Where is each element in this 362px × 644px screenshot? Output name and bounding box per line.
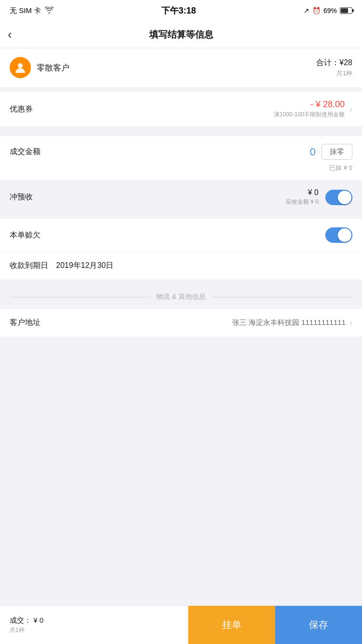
nav-bar: ‹ 填写结算等信息	[0, 21, 362, 48]
save-button[interactable]: 保存	[275, 606, 362, 644]
precollect-amount: ¥ 0	[286, 188, 319, 197]
logistics-header: 物流 & 其他信息	[0, 284, 362, 309]
coupon-value: - ¥ 28.00 满1000-100不限制使用金额	[274, 99, 345, 119]
coupon-row[interactable]: 优惠券 - ¥ 28.00 满1000-100不限制使用金额 ›	[0, 92, 362, 126]
precollect-right: ¥ 0 应收金额 ¥ 0	[286, 188, 352, 206]
customer-row: 零散客户 合计：¥28 共1种	[0, 48, 362, 87]
carrier-label: 无 SIM 卡	[10, 6, 41, 15]
svg-point-0	[18, 63, 23, 68]
alarm-icon: ⏰	[312, 7, 320, 14]
amount-section: 成交金额 0 抹零 已抹 ¥ 0	[0, 136, 362, 180]
precollect-toggle[interactable]	[325, 190, 352, 205]
divider-3	[0, 280, 362, 284]
wifi-icon	[45, 7, 54, 15]
address-chevron-icon: ›	[349, 318, 352, 328]
amount-right: 0 抹零	[310, 144, 352, 160]
page-title: 填写结算等信息	[149, 28, 213, 41]
status-bar: 无 SIM 卡 下午3:18 ↗ ⏰ 69%	[0, 0, 362, 21]
location-icon: ↗	[304, 7, 309, 14]
battery-icon	[340, 7, 352, 14]
coupon-desc: 满1000-100不限制使用金额	[274, 111, 345, 119]
back-button[interactable]: ‹	[8, 27, 12, 42]
customer-left: 零散客户	[10, 57, 70, 78]
divider-1	[0, 131, 362, 136]
debt-toggle-knob	[338, 228, 351, 242]
precollect-label: 冲预收	[10, 192, 33, 202]
customer-right: 合计：¥28 共1种	[316, 58, 352, 78]
logistics-title: 物流 & 其他信息	[151, 293, 211, 301]
customer-name: 零散客户	[37, 62, 70, 73]
coupon-chevron-icon: ›	[349, 104, 352, 114]
coupon-discount: - ¥ 28.00	[274, 99, 345, 110]
status-time: 下午3:18	[161, 5, 196, 16]
customer-avatar	[10, 57, 31, 78]
debt-label: 本单赊欠	[10, 230, 41, 240]
bottom-deal-amount: ¥ 0	[33, 616, 43, 624]
due-date-value: 2019年12月30日	[56, 261, 113, 271]
precollect-val: ¥ 0 应收金额 ¥ 0	[286, 188, 319, 206]
amount-row: 成交金额 0 抹零	[10, 144, 352, 160]
status-left: 无 SIM 卡	[10, 6, 54, 15]
coupon-card[interactable]: 优惠券 - ¥ 28.00 满1000-100不限制使用金额 ›	[0, 92, 362, 126]
coupon-label: 优惠券	[10, 104, 48, 114]
amount-label: 成交金额	[10, 147, 41, 157]
customer-card: 零散客户 合计：¥28 共1种	[0, 48, 362, 87]
customer-total: 合计：¥28	[316, 58, 352, 68]
status-right: ↗ ⏰ 69%	[304, 7, 352, 14]
toggle-knob	[338, 191, 351, 204]
bottom-count: 共1种	[10, 626, 179, 634]
customer-count: 共1种	[316, 69, 352, 78]
precollect-row: 冲预收 ¥ 0 应收金额 ¥ 0	[0, 180, 362, 214]
divider-4	[0, 336, 362, 341]
due-date-row: 收款到期日 2019年12月30日	[10, 261, 352, 271]
bottom-deal-label: 成交：	[10, 616, 31, 624]
coupon-right: - ¥ 28.00 满1000-100不限制使用金额 ›	[48, 99, 352, 119]
bottom-deal: 成交： ¥ 0	[10, 616, 179, 625]
address-section[interactable]: 客户地址 张三 海淀永丰科技园 11111111111 ›	[0, 309, 362, 336]
amount-sub: 已抹 ¥ 0	[10, 164, 352, 172]
pending-button[interactable]: 挂单	[188, 606, 275, 644]
debt-toggle[interactable]	[325, 227, 352, 243]
address-label: 客户地址	[10, 318, 48, 328]
amount-value: 0	[310, 146, 316, 158]
due-date-section: 收款到期日 2019年12月30日	[0, 252, 362, 280]
precollect-sub: 应收金额 ¥ 0	[286, 198, 319, 206]
main-content: 零散客户 合计：¥28 共1种 优惠券 - ¥ 28.00 满1000-100不…	[0, 48, 362, 390]
due-date-label: 收款到期日	[10, 261, 48, 271]
round-zero-button[interactable]: 抹零	[321, 144, 352, 160]
bottom-info: 成交： ¥ 0 共1种	[0, 616, 188, 634]
address-value: 张三 海淀永丰科技园 11111111111	[48, 318, 346, 327]
battery-percent: 69%	[323, 7, 337, 14]
divider-2	[0, 214, 362, 219]
bottom-bar: 成交： ¥ 0 共1种 挂单 保存	[0, 605, 362, 644]
debt-section: 本单赊欠	[0, 219, 362, 252]
